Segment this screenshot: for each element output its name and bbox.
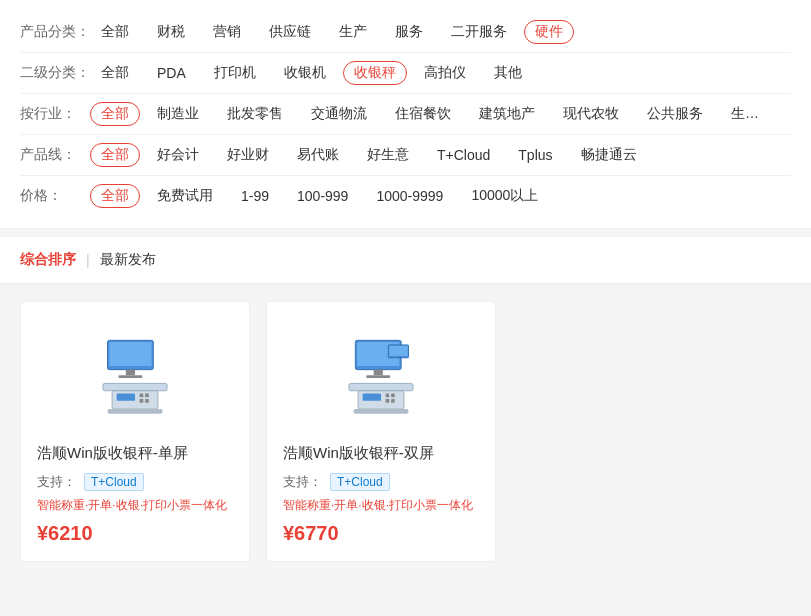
svg-rect-11 [108, 409, 163, 414]
filter-item[interactable]: 批发零售 [216, 102, 294, 126]
filter-item[interactable]: 1-99 [230, 185, 280, 207]
filter-item[interactable]: 100-999 [286, 185, 359, 207]
sort-divider: | [86, 252, 90, 268]
filter-item[interactable]: 好会计 [146, 143, 210, 167]
product-name-2: 浩顺Win版收银秤-双屏 [283, 444, 479, 463]
product-support-2: 支持： T+Cloud [283, 473, 479, 491]
filter-item-all-line[interactable]: 全部 [90, 143, 140, 167]
sort-item-comprehensive[interactable]: 综合排序 [20, 247, 76, 273]
product-line-row: 产品线： 全部 好会计 好业财 易代账 好生意 T+Cloud Tplus 畅捷… [20, 135, 791, 176]
svg-rect-21 [386, 394, 390, 398]
filter-item[interactable]: 全部 [90, 61, 140, 85]
industry-row: 按行业： 全部 制造业 批发零售 交通物流 住宿餐饮 建筑地产 现代农牧 公共服… [20, 94, 791, 135]
svg-rect-24 [391, 399, 395, 403]
product-grid: 浩顺Win版收银秤-单屏 支持： T+Cloud 智能称重·开单·收银·打印小票… [0, 285, 811, 578]
filter-section: 产品分类： 全部 财税 营销 供应链 生产 服务 二开服务 硬件 二级分类： 全… [0, 0, 811, 229]
support-label-2: 支持： [283, 473, 322, 491]
filter-item[interactable]: 高拍仪 [413, 61, 477, 85]
filter-item[interactable]: T+Cloud [426, 144, 501, 166]
filter-item[interactable]: 畅捷通云 [570, 143, 648, 167]
filter-item[interactable]: 全部 [90, 20, 140, 44]
sort-item-latest[interactable]: 最新发布 [100, 247, 156, 273]
product-support-1: 支持： T+Cloud [37, 473, 233, 491]
filter-item-cashregister-scale[interactable]: 收银秤 [343, 61, 407, 85]
svg-rect-25 [354, 409, 409, 414]
sub-category-items: 全部 PDA 打印机 收银机 收银秤 高拍仪 其他 [90, 61, 791, 85]
filter-item-all-price[interactable]: 全部 [90, 184, 140, 208]
svg-rect-10 [145, 399, 149, 403]
svg-rect-23 [386, 399, 390, 403]
filter-item[interactable]: 营销 [202, 20, 252, 44]
support-label-1: 支持： [37, 473, 76, 491]
filter-item[interactable]: 建筑地产 [468, 102, 546, 126]
filter-item[interactable]: 好生意 [356, 143, 420, 167]
filter-item[interactable]: 供应链 [258, 20, 322, 44]
price-items: 全部 免费试用 1-99 100-999 1000-9999 10000以上 [90, 184, 791, 208]
filter-item[interactable]: 住宿餐饮 [384, 102, 462, 126]
product-image-1 [37, 322, 233, 432]
sub-category-row: 二级分类： 全部 PDA 打印机 收银机 收银秤 高拍仪 其他 [20, 53, 791, 94]
product-image-2 [283, 322, 479, 432]
svg-rect-1 [109, 342, 151, 366]
filter-item[interactable]: 收银机 [273, 61, 337, 85]
filter-item[interactable]: 易代账 [286, 143, 350, 167]
product-card-2[interactable]: 浩顺Win版收银秤-双屏 支持： T+Cloud 智能称重·开单·收银·打印小票… [266, 301, 496, 562]
svg-rect-22 [391, 394, 395, 398]
product-category-label: 产品分类： [20, 23, 90, 41]
svg-rect-20 [363, 394, 381, 401]
svg-rect-3 [119, 375, 143, 378]
support-tag-1: T+Cloud [84, 473, 144, 491]
filter-item[interactable]: 其他 [483, 61, 533, 85]
filter-item[interactable]: 好业财 [216, 143, 280, 167]
price-row: 价格： 全部 免费试用 1-99 100-999 1000-9999 10000… [20, 176, 791, 216]
sub-category-label: 二级分类： [20, 64, 90, 82]
filter-item[interactable]: 生… [720, 102, 770, 126]
product-svg-1 [80, 332, 190, 422]
product-price-2: ¥6770 [283, 522, 479, 545]
filter-item[interactable]: 财税 [146, 20, 196, 44]
svg-rect-15 [366, 375, 390, 378]
product-price-1: ¥6210 [37, 522, 233, 545]
filter-item[interactable]: 现代农牧 [552, 102, 630, 126]
product-card-1[interactable]: 浩顺Win版收银秤-单屏 支持： T+Cloud 智能称重·开单·收银·打印小票… [20, 301, 250, 562]
svg-rect-14 [374, 370, 383, 376]
product-line-label: 产品线： [20, 146, 90, 164]
svg-rect-2 [126, 370, 135, 376]
svg-rect-8 [145, 394, 149, 398]
filter-item[interactable]: 二开服务 [440, 20, 518, 44]
filter-item[interactable]: 打印机 [203, 61, 267, 85]
product-category-items: 全部 财税 营销 供应链 生产 服务 二开服务 硬件 [90, 20, 791, 44]
filter-item[interactable]: Tplus [507, 144, 563, 166]
filter-item[interactable]: 公共服务 [636, 102, 714, 126]
support-tag-2: T+Cloud [330, 473, 390, 491]
product-svg-2 [326, 332, 436, 422]
svg-rect-7 [140, 394, 144, 398]
filter-item-all-industry[interactable]: 全部 [90, 102, 140, 126]
industry-items: 全部 制造业 批发零售 交通物流 住宿餐饮 建筑地产 现代农牧 公共服务 生… [90, 102, 791, 126]
svg-rect-17 [389, 346, 407, 356]
svg-rect-9 [140, 399, 144, 403]
filter-item[interactable]: 服务 [384, 20, 434, 44]
industry-label: 按行业： [20, 105, 90, 123]
product-desc-1: 智能称重·开单·收银·打印小票一体化 [37, 497, 233, 514]
svg-rect-6 [117, 394, 135, 401]
product-category-row: 产品分类： 全部 财税 营销 供应链 生产 服务 二开服务 硬件 [20, 12, 791, 53]
filter-item-hardware[interactable]: 硬件 [524, 20, 574, 44]
product-line-items: 全部 好会计 好业财 易代账 好生意 T+Cloud Tplus 畅捷通云 [90, 143, 791, 167]
filter-item[interactable]: 生产 [328, 20, 378, 44]
filter-item[interactable]: 交通物流 [300, 102, 378, 126]
filter-item[interactable]: 1000-9999 [365, 185, 454, 207]
filter-item[interactable]: 10000以上 [460, 184, 549, 208]
filter-item[interactable]: PDA [146, 62, 197, 84]
filter-item[interactable]: 制造业 [146, 102, 210, 126]
product-name-1: 浩顺Win版收银秤-单屏 [37, 444, 233, 463]
svg-rect-4 [103, 383, 167, 390]
svg-rect-18 [349, 383, 413, 390]
product-desc-2: 智能称重·开单·收银·打印小票一体化 [283, 497, 479, 514]
sort-bar: 综合排序 | 最新发布 [0, 237, 811, 285]
price-label: 价格： [20, 187, 90, 205]
filter-item[interactable]: 免费试用 [146, 184, 224, 208]
